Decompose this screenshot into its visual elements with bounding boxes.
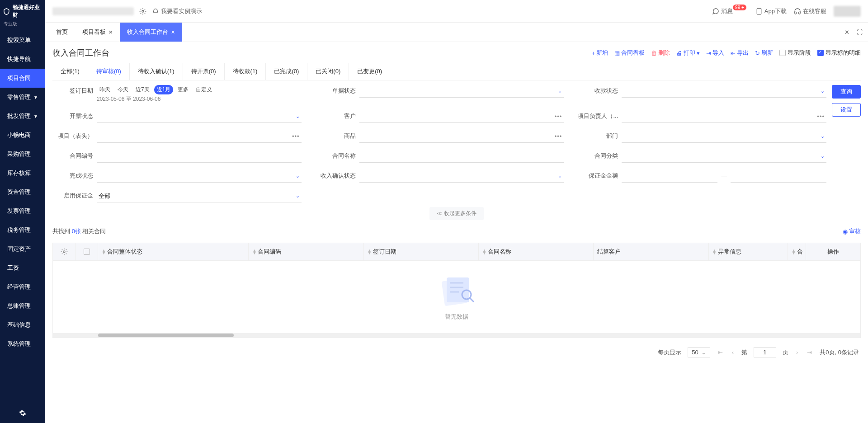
- collapse-filters-button[interactable]: ≪ 收起更多条件: [429, 207, 484, 220]
- result-summary: 共找到 0张 相关合同 ◉ 审核: [52, 225, 861, 238]
- show-detail-checkbox[interactable]: 显示标的明细: [817, 49, 861, 57]
- status-tab[interactable]: 全部(1): [52, 63, 88, 80]
- product-select[interactable]: •••: [359, 130, 564, 143]
- import-button[interactable]: ⇥ 导入: [706, 49, 724, 57]
- date-range-option[interactable]: 昨天: [97, 85, 113, 94]
- col-contract-name[interactable]: ▲▼合同名称: [479, 243, 594, 260]
- tab-fullscreen-icon[interactable]: ⛶: [855, 27, 864, 38]
- horizontal-scrollbar[interactable]: [53, 333, 860, 338]
- sidebar-item[interactable]: 税务管理: [0, 221, 45, 240]
- status-tab[interactable]: 已关闭(0): [307, 63, 349, 80]
- messages-button[interactable]: 消息 99 +: [712, 7, 748, 15]
- sidebar-item[interactable]: 资金管理: [0, 183, 45, 202]
- settings-gear-icon[interactable]: [17, 408, 28, 418]
- status-tab[interactable]: 已变更(0): [349, 63, 390, 80]
- col-sign-date[interactable]: ▲▼签订日期: [364, 243, 479, 260]
- demo-link[interactable]: 我要看实例演示: [152, 7, 202, 15]
- doc-status-select[interactable]: ⌄: [359, 85, 564, 98]
- page-tab[interactable]: 收入合同工作台✕: [120, 23, 182, 42]
- page-number-input[interactable]: [754, 347, 776, 357]
- col-overall-status[interactable]: ▲▼合同整体状态: [98, 243, 249, 260]
- table-select-all[interactable]: [75, 243, 98, 260]
- status-tab[interactable]: 待收款(1): [225, 63, 266, 80]
- online-service-button[interactable]: 在线客服: [794, 7, 826, 15]
- tab-close-icon[interactable]: ✕: [171, 29, 175, 35]
- sidebar-item[interactable]: 批发管理▼: [0, 107, 45, 126]
- contract-type-select[interactable]: ⌄: [622, 150, 826, 163]
- date-range-option[interactable]: 近1月: [154, 85, 174, 94]
- sidebar-item[interactable]: 快捷导航: [0, 50, 45, 69]
- project-owner-select[interactable]: •••: [622, 110, 826, 123]
- sidebar-item[interactable]: 发票管理: [0, 202, 45, 221]
- app-download-label: App下载: [764, 7, 787, 15]
- settings-icon[interactable]: [139, 8, 146, 15]
- col-truncated[interactable]: ▲▼合: [788, 243, 806, 260]
- date-range-option[interactable]: 近7天: [133, 85, 152, 94]
- complete-status-select[interactable]: ⌄: [97, 170, 302, 183]
- app-download-button[interactable]: App下载: [755, 7, 787, 15]
- project-head-select[interactable]: •••: [97, 130, 302, 143]
- add-button[interactable]: + 新增: [591, 49, 608, 57]
- page-next-icon[interactable]: ›: [795, 349, 799, 356]
- date-range-option[interactable]: 自定义: [193, 85, 215, 94]
- sidebar-item[interactable]: 固定资产: [0, 240, 45, 258]
- filter-settings-button[interactable]: 设置: [832, 103, 861, 117]
- org-selector-blurred[interactable]: [52, 7, 134, 15]
- contract-no-input[interactable]: [97, 150, 302, 163]
- page-tab[interactable]: 项目看板✕: [75, 23, 120, 42]
- tab-close-all-icon[interactable]: ✕: [843, 27, 851, 38]
- status-tab[interactable]: 待审核(0): [88, 63, 130, 80]
- refresh-button[interactable]: ↻ 刷新: [755, 49, 773, 57]
- sidebar-item[interactable]: 采购管理: [0, 145, 45, 164]
- contract-board-button[interactable]: ▦ 合同看板: [614, 49, 645, 57]
- date-range-option[interactable]: 更多: [175, 85, 191, 94]
- audit-button[interactable]: ◉ 审核: [843, 227, 861, 235]
- print-button[interactable]: 🖨 打印 ▾: [676, 49, 700, 57]
- chevron-down-icon: ▼: [33, 95, 38, 100]
- col-contract-code[interactable]: ▲▼合同编码: [249, 243, 363, 260]
- enable-deposit-select[interactable]: 全部⌄: [97, 190, 302, 202]
- messages-badge: 99 +: [733, 5, 746, 10]
- brand-name: 畅捷通好业财: [13, 4, 43, 19]
- income-confirm-select[interactable]: ⌄: [359, 170, 564, 183]
- tab-close-icon[interactable]: ✕: [108, 29, 113, 35]
- status-tab[interactable]: 已完成(0): [266, 63, 307, 80]
- filter-complete-status: 完成状态 ⌄: [52, 170, 302, 183]
- table-settings-header[interactable]: [53, 243, 75, 260]
- export-button[interactable]: ⇤ 导出: [731, 49, 749, 57]
- sidebar-item[interactable]: 基础信息: [0, 315, 45, 334]
- sidebar-item[interactable]: 系统管理: [0, 334, 45, 353]
- col-exception[interactable]: ▲▼异常信息: [709, 243, 788, 260]
- col-settle-customer[interactable]: 结算客户: [594, 243, 708, 260]
- sidebar-item[interactable]: 零售管理▼: [0, 88, 45, 107]
- user-avatar-blurred[interactable]: [834, 6, 861, 17]
- sidebar-item[interactable]: 项目合同: [0, 69, 45, 88]
- customer-select[interactable]: •••: [359, 110, 564, 123]
- results-table: ▲▼合同整体状态 ▲▼合同编码 ▲▼签订日期 ▲▼合同名称 结算客户 ▲▼异常信…: [52, 243, 861, 338]
- date-range-option[interactable]: 今天: [115, 85, 131, 94]
- invoice-status-select[interactable]: ⌄: [97, 110, 302, 123]
- department-select[interactable]: ⌄: [622, 130, 826, 143]
- page-first-icon[interactable]: ⇤: [717, 349, 724, 356]
- deposit-to-input[interactable]: [731, 170, 826, 183]
- status-tab[interactable]: 待收入确认(1): [130, 63, 183, 80]
- per-page-select[interactable]: 50 ⌄: [688, 347, 710, 357]
- deposit-from-input[interactable]: [622, 170, 717, 183]
- sidebar-item[interactable]: 小畅电商: [0, 126, 45, 145]
- page-prev-icon[interactable]: ‹: [731, 349, 735, 356]
- contract-name-input[interactable]: [359, 150, 564, 163]
- status-tab[interactable]: 待开票(0): [183, 63, 225, 80]
- query-button[interactable]: 查询: [832, 85, 861, 99]
- page-tab[interactable]: 首页: [49, 23, 75, 42]
- show-phase-checkbox[interactable]: 显示阶段: [779, 49, 811, 57]
- sidebar-item[interactable]: 工资: [0, 258, 45, 277]
- sidebar-item[interactable]: 库存核算: [0, 164, 45, 183]
- sidebar-item[interactable]: 经营管理: [0, 277, 45, 296]
- receipt-status-select[interactable]: ⌄: [622, 85, 826, 98]
- sidebar-item[interactable]: 总账管理: [0, 296, 45, 315]
- page-last-icon[interactable]: ⇥: [806, 349, 813, 356]
- page-toolbar: 收入合同工作台 + 新增 ▦ 合同看板 🗑 删除 🖨 打印 ▾ ⇥ 导入 ⇤ 导…: [52, 47, 861, 58]
- sidebar-item[interactable]: 搜索菜单: [0, 31, 45, 50]
- brand-edition: 专业版: [0, 21, 45, 27]
- delete-button[interactable]: 🗑 删除: [651, 49, 670, 57]
